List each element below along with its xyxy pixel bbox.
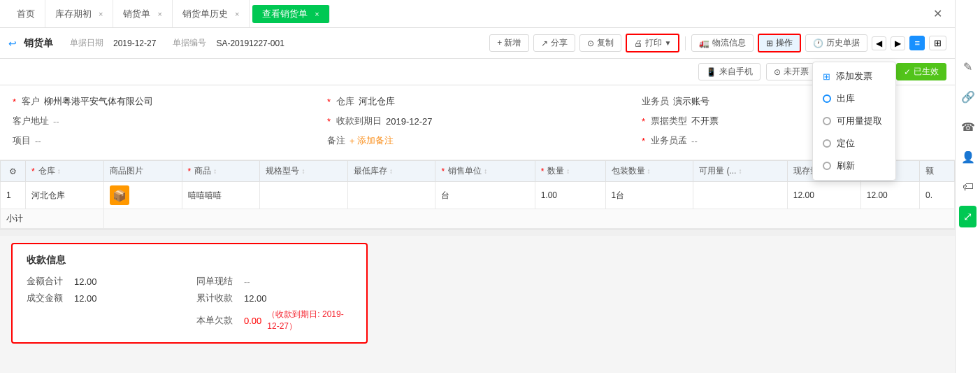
employee-field: 业务员 演示账号	[642, 95, 942, 108]
operation-button[interactable]: ⊞ 操作	[758, 34, 801, 52]
sort-qty-icon: ↕	[566, 167, 570, 175]
order-value: SA-20191227-001	[216, 38, 284, 48]
tab-view-sales[interactable]: 查看销货单 ×	[252, 5, 329, 23]
tab-view-sales-close[interactable]: ×	[315, 10, 319, 18]
warehouse-required: *	[327, 97, 331, 107]
scroll-bar[interactable]	[0, 229, 955, 236]
tab-home-label: 首页	[17, 8, 35, 20]
total-value: 12.00	[74, 276, 97, 287]
tab-history-close[interactable]: ×	[235, 10, 239, 18]
col-qty: * 数量 ↕	[535, 161, 605, 182]
row-qty: 1.00	[535, 182, 605, 209]
warehouse-field: * 仓库 河北仓库	[327, 95, 628, 108]
tab-sales-close[interactable]: ×	[157, 10, 161, 18]
menu-outbound[interactable]: 出库	[813, 87, 895, 110]
cumulative-row: 累计收款 12.00	[196, 292, 352, 304]
add-invoice-icon: ⊞	[823, 71, 830, 82]
settlement-row: 同单现结 --	[196, 275, 352, 288]
from-phone-button[interactable]: 📱 来自手机	[698, 63, 761, 80]
address-value: --	[53, 116, 59, 127]
col-spec: 规格型号 ↕	[260, 161, 348, 182]
transaction-row: 成交金额 12.00	[27, 292, 182, 304]
customer-value: 柳州粤港平安气体有限公司	[44, 95, 153, 108]
tab-inventory-close[interactable]: ×	[99, 10, 103, 18]
grid-view-button[interactable]: ⊞	[929, 36, 946, 50]
row-min-stock	[347, 182, 435, 209]
payment-date-value: 2019-12-27	[386, 116, 433, 127]
order-label: 单据编号	[173, 37, 206, 49]
settlement-label: 同单现结	[196, 275, 238, 288]
salesperson-field: * 业务员孟 --	[642, 134, 942, 147]
share-button[interactable]: ↗ 分享	[533, 34, 575, 52]
salesperson-value: --	[691, 136, 698, 146]
sort-spec-icon: ↕	[301, 167, 305, 175]
ticket-value: 不开票	[691, 115, 719, 127]
customer-required: *	[13, 97, 16, 107]
transaction-label: 成交金额	[27, 292, 69, 304]
copy-button[interactable]: ⊙ 复制	[579, 34, 621, 52]
menu-refresh[interactable]: 刷新	[813, 155, 895, 177]
share-icon: ↗	[541, 38, 548, 48]
logistics-icon: 🚛	[699, 38, 709, 48]
sidebar-phone-icon[interactable]: ☎	[957, 116, 979, 138]
note-field: 备注 + 添加备注	[327, 134, 628, 147]
close-button[interactable]: ✕	[928, 4, 948, 23]
history-button[interactable]: 🕐 历史单据	[805, 34, 867, 52]
row-spec	[260, 182, 348, 209]
col-settings[interactable]: ⚙	[1, 161, 26, 182]
form-row-1: * 客户 柳州粤港平安气体有限公司 * 仓库 河北仓库 业务员 演示账号	[13, 95, 942, 108]
doc-title: 销货单	[24, 37, 53, 50]
row-product-img: 📦	[103, 182, 182, 209]
sidebar-tag-icon[interactable]: 🏷	[958, 176, 978, 197]
add-note-button[interactable]: + 添加备注	[350, 134, 394, 147]
sort-unit-icon: ↕	[484, 167, 487, 175]
toolbar-divider	[685, 36, 686, 50]
not-open-button[interactable]: ⊙ 未开票	[766, 63, 816, 80]
row-pack-qty: 1台	[605, 182, 693, 209]
row-price: 12.00	[860, 182, 919, 209]
tab-view-sales-label: 查看销货单	[262, 8, 308, 20]
sidebar-expand-icon[interactable]: ⤢	[959, 206, 977, 227]
employee-label: 业务员	[642, 95, 669, 108]
salesperson-required: *	[642, 136, 645, 146]
sort-warehouse-icon: ↕	[57, 167, 61, 175]
row-product: 嘻嘻嘻嘻	[182, 182, 260, 209]
sidebar-user-icon[interactable]: 👤	[957, 146, 979, 168]
transaction-value: 12.00	[74, 293, 97, 304]
menu-available-qty[interactable]: 可用量提取	[813, 110, 895, 132]
next-button[interactable]: ▶	[891, 36, 905, 50]
tab-inventory-init[interactable]: 库存期初 ×	[45, 0, 113, 27]
outbound-label: 出库	[837, 92, 855, 105]
sidebar-edit-icon[interactable]: ✎	[959, 56, 977, 78]
print-icon: 🖨	[634, 38, 642, 48]
balance-label: 本单欠款	[196, 314, 238, 327]
list-view-button[interactable]: ≡	[909, 36, 925, 50]
prev-button[interactable]: ◀	[872, 36, 886, 50]
payment-date-field: * 收款到期日 2019-12-27	[327, 115, 628, 127]
logistics-button[interactable]: 🚛 物流信息	[691, 34, 754, 52]
tab-home[interactable]: 首页	[7, 0, 45, 27]
sidebar-link-icon[interactable]: 🔗	[957, 86, 979, 108]
tab-sales-order[interactable]: 销货单 ×	[113, 0, 172, 27]
effective-button[interactable]: ✓ 已生效	[896, 63, 946, 80]
tab-sales-history-label: 销货单历史	[182, 8, 228, 20]
tab-sales-history[interactable]: 销货单历史 ×	[173, 0, 250, 27]
row-available	[693, 182, 788, 209]
menu-locate[interactable]: 定位	[813, 132, 895, 155]
new-button[interactable]: + 新增	[489, 34, 528, 52]
available-qty-icon	[823, 117, 831, 125]
phone-icon: 📱	[706, 67, 716, 77]
total-label: 金额合计	[27, 275, 69, 288]
form-row-2: 客户地址 -- * 收款到期日 2019-12-27 * 票据类型 不开票	[13, 115, 942, 127]
tab-bar: 首页 库存期初 × 销货单 × 销货单历史 × 查看销货单 × ✕	[0, 0, 955, 28]
note-label: 备注	[327, 134, 345, 147]
menu-add-invoice[interactable]: ⊞ 添加发票	[813, 65, 895, 87]
date-value: 2019-12-27	[113, 38, 156, 48]
ticket-required: *	[642, 116, 645, 127]
outbound-icon	[823, 94, 831, 103]
balance-value: 0.00	[244, 316, 261, 326]
right-sidebar: ✎ 🔗 ☎ 👤 🏷 ⤢	[955, 0, 980, 351]
row-warehouse: 河北仓库	[26, 182, 104, 209]
print-button[interactable]: 🖨 打印 ▼	[626, 34, 680, 52]
sort-product-icon: ↕	[213, 167, 217, 175]
